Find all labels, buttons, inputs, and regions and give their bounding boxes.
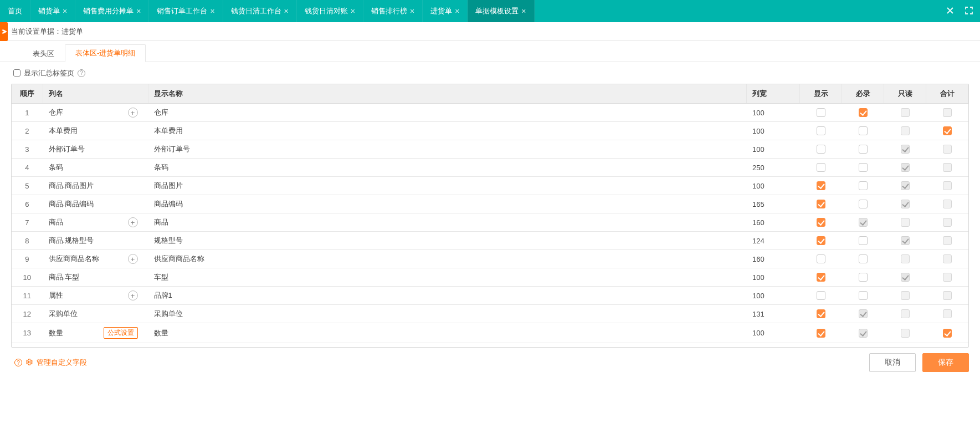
table-row[interactable]: 12采购单位采购单位131 [12,305,968,323]
table-row[interactable]: 8商品.规格型号规格型号124 [12,232,968,250]
cell-width[interactable]: 100 [747,343,800,348]
checkbox[interactable] [817,291,825,300]
add-icon[interactable]: + [128,291,138,300]
collapse-handle-icon[interactable] [0,22,8,41]
checkbox[interactable] [859,236,868,245]
fullscreen-icon[interactable] [964,6,973,17]
close-icon[interactable]: × [351,7,355,16]
app-tab[interactable]: 首页 [0,0,30,22]
table-row[interactable]: 14包装数量包装数量100 [12,343,968,348]
add-icon[interactable]: + [128,108,138,118]
add-icon[interactable]: + [128,217,138,227]
close-icon[interactable]: × [63,7,67,16]
cell-width[interactable]: 124 [747,232,800,250]
checkbox[interactable] [859,200,868,208]
cell-display-name[interactable]: 商品编码 [148,195,747,213]
cell-width[interactable]: 160 [747,213,800,232]
help-icon[interactable]: ? [78,69,85,77]
app-tab[interactable]: 销售订单工作台× [149,0,223,22]
close-icon[interactable]: × [210,7,214,16]
cell-width[interactable]: 100 [747,268,800,287]
close-icon[interactable]: × [410,7,414,16]
checkbox[interactable] [943,329,952,338]
cell-display-name[interactable]: 包装数量 [148,343,747,348]
app-tab[interactable]: 销售排行榜× [363,0,423,22]
cell-display-name[interactable]: 商品 [148,213,747,232]
app-tab[interactable]: 钱货日清对账× [297,0,363,22]
cell-display-name[interactable]: 品牌1 [148,287,747,305]
cell-display-name[interactable]: 数量 [148,323,747,343]
close-icon[interactable]: × [455,7,459,16]
show-summary-checkbox[interactable] [13,69,20,77]
cell-display-name[interactable]: 条码 [148,159,747,177]
checkbox[interactable] [817,329,825,338]
checkbox[interactable] [817,218,825,227]
close-all-icon[interactable] [946,6,955,17]
cell-width[interactable]: 160 [747,250,800,268]
table-row[interactable]: 4条码条码250 [12,159,968,177]
app-tab[interactable]: 进货单× [423,0,468,22]
app-tab[interactable]: 销货单× [30,0,75,22]
tab-header-area[interactable]: 表头区 [22,45,65,62]
checkbox[interactable] [859,291,868,300]
cell-width[interactable]: 100 [747,122,800,140]
table-row[interactable]: 2本单费用本单费用100 [12,122,968,140]
checkbox[interactable] [859,273,868,282]
close-icon[interactable]: × [521,7,526,16]
table-row[interactable]: 5商品.商品图片商品图片100 [12,177,968,195]
formula-button[interactable]: 公式设置 [104,327,138,339]
checkbox[interactable] [817,236,825,245]
manage-custom-fields-link[interactable]: 管理自定义字段 [37,358,87,368]
checkbox[interactable] [943,126,952,135]
cell-width[interactable]: 250 [747,159,800,177]
checkbox[interactable] [817,126,825,135]
checkbox[interactable] [859,181,868,190]
table-row[interactable]: 7商品+商品160 [12,213,968,232]
cell-width[interactable]: 100 [747,287,800,305]
app-tab[interactable]: 销售费用分摊单× [75,0,149,22]
checkbox[interactable] [859,126,868,135]
checkbox[interactable] [817,200,825,208]
cell-width[interactable]: 100 [747,177,800,195]
cell-width[interactable]: 100 [747,140,800,159]
checkbox[interactable] [817,181,825,190]
checkbox[interactable] [859,163,868,172]
cell-display-name[interactable]: 仓库 [148,104,747,122]
help-icon[interactable]: ? [14,359,22,366]
cell-display-name[interactable]: 供应商商品名称 [148,250,747,268]
save-button[interactable]: 保存 [922,353,969,372]
cell-width[interactable]: 100 [747,104,800,122]
checkbox[interactable] [817,254,825,263]
cancel-button[interactable]: 取消 [869,353,916,372]
tab-body-area[interactable]: 表体区-进货单明细 [65,44,146,62]
table-row[interactable]: 1仓库+仓库100 [12,104,968,122]
cell-display-name[interactable]: 本单费用 [148,122,747,140]
table-row[interactable]: 3外部订单号外部订单号100 [12,140,968,159]
checkbox[interactable] [859,254,868,263]
close-icon[interactable]: × [284,7,289,16]
checkbox[interactable] [817,309,825,318]
checkbox[interactable] [817,163,825,172]
cell-width[interactable]: 165 [747,195,800,213]
table-row[interactable]: 13数量公式设置数量100 [12,323,968,343]
cell-display-name[interactable]: 商品图片 [148,177,747,195]
checkbox[interactable] [817,108,825,117]
cell-display-name[interactable]: 采购单位 [148,305,747,323]
cell-display-name[interactable]: 外部订单号 [148,140,747,159]
checkbox[interactable] [817,273,825,282]
table-row[interactable]: 6商品.商品编码商品编码165 [12,195,968,213]
checkbox[interactable] [859,145,868,154]
app-tab[interactable]: 钱货日清工作台× [223,0,297,22]
table-row[interactable]: 10商品.车型车型100 [12,268,968,287]
cell-display-name[interactable]: 规格型号 [148,232,747,250]
cell-width[interactable]: 100 [747,323,800,343]
app-tab[interactable]: 单据模板设置× [468,0,534,22]
checkbox[interactable] [817,145,825,154]
table-row[interactable]: 9供应商商品名称+供应商商品名称160 [12,250,968,268]
close-icon[interactable]: × [136,7,141,16]
cell-width[interactable]: 131 [747,305,800,323]
add-icon[interactable]: + [128,254,138,264]
cell-display-name[interactable]: 车型 [148,268,747,287]
checkbox[interactable] [859,108,868,117]
table-row[interactable]: 11属性+品牌1100 [12,287,968,305]
